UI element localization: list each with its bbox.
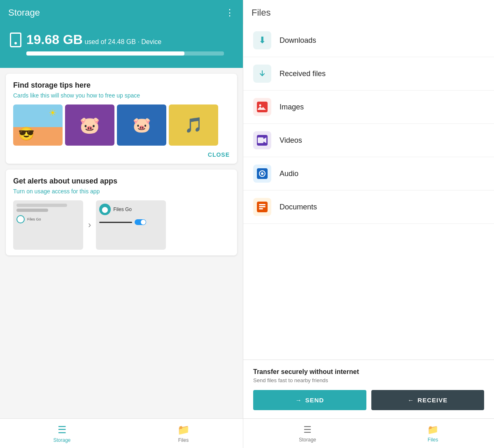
arrow-icon: › [88,220,91,230]
file-item-images[interactable]: Images [243,91,494,124]
mock-app-label: Files Go [27,217,41,221]
storage-bar-container [26,51,224,56]
file-item-documents[interactable]: Documents [243,190,494,224]
mock-line-2 [16,209,48,212]
receive-button[interactable]: ← RECEIVE [371,390,485,410]
documents-icon [253,198,271,216]
svg-rect-4 [258,137,263,143]
files-nav-icon-right: 📁 [427,425,438,435]
close-button[interactable]: CLOSE [13,151,230,158]
storage-info: 19.68 GB used of 24.48 GB · Device [10,32,233,47]
card1-images: 😎 🐷 🐷 🎵 [13,104,230,146]
card2-content: Files Go › ⬤ Files Go [13,200,230,250]
nav-files-right[interactable]: 📁 Files [427,425,438,443]
storage-text: 19.68 GB used of 24.48 GB · Device [26,32,161,47]
file-item-downloads[interactable]: ⬇ Downloads [243,24,494,57]
left-header: Storage ⋮ [0,0,243,24]
cards-area: Find storage tips here Cards like this w… [0,68,243,418]
images-icon [253,98,271,116]
left-app-title: Storage [8,7,40,18]
videos-icon [253,131,271,149]
send-button[interactable]: → SEND [253,390,366,410]
unused-apps-card: Get alerts about unused apps Turn on usa… [6,169,237,255]
received-icon [253,65,271,83]
send-arrow-icon: → [295,397,302,404]
mock-app-row: Files Go [16,215,80,223]
files-go-label: Files Go [113,207,132,212]
tip-image-beach: 😎 [13,104,63,146]
nav-storage-right[interactable]: ☰ Storage [299,425,316,443]
toggle-line [99,222,132,223]
audio-label: Audio [280,169,298,178]
mock-screen-before: Files Go [13,200,83,250]
storage-nav-icon-left: ☰ [58,424,67,436]
file-item-received[interactable]: Received files [243,57,494,91]
mock-screen-after: ⬤ Files Go [96,200,166,250]
nav-files-label-right: Files [428,437,438,443]
left-menu-icon[interactable]: ⋮ [225,7,235,18]
transfer-section: Transfer securely without internet Send … [243,360,494,418]
images-label: Images [280,103,304,111]
svg-point-7 [261,172,263,175]
files-go-icon: ⬤ [99,204,111,215]
card1-title: Find storage tips here [13,81,230,90]
toggle-switch[interactable] [135,219,146,225]
storage-summary: 19.68 GB used of 24.48 GB · Device [0,24,243,68]
storage-nav-icon-right: ☰ [303,425,312,435]
svg-rect-9 [259,204,266,205]
file-item-videos[interactable]: Videos [243,124,494,157]
videos-label: Videos [280,136,302,145]
nav-files-label-left: Files [178,437,189,443]
audio-icon [253,165,271,183]
tip-image-blue: 🐷 [117,104,166,146]
storage-tips-card: Find storage tips here Cards like this w… [6,74,237,164]
svg-rect-11 [259,208,263,209]
nav-storage-label-left: Storage [53,437,70,443]
right-menu-icon[interactable]: ⋮ [476,7,486,18]
nav-storage-left[interactable]: ☰ Storage [53,424,70,443]
storage-used: 19.68 GB [26,32,83,47]
svg-rect-10 [259,206,266,207]
left-panel: Storage ⋮ 19.68 GB used of 24.48 GB · De… [0,0,243,448]
card1-subtitle: Cards like this will show you how to fre… [13,92,230,99]
mock-app-icon [16,215,25,223]
toggle-row [99,219,163,225]
right-header: Files ⋮ [243,0,494,24]
right-panel: Files ⋮ ⬇ Downloads Received files [243,0,494,448]
svg-rect-1 [257,102,268,112]
documents-label: Documents [280,203,317,211]
receive-arrow-icon: ← [408,397,414,404]
received-label: Received files [280,70,326,78]
storage-bar-fill [26,51,184,56]
svg-point-2 [259,104,261,107]
transfer-buttons: → SEND ← RECEIVE [253,390,484,410]
card2-subtitle: Turn on usage access for this app [13,188,230,195]
receive-label: RECEIVE [417,397,447,404]
storage-suffix: used of 24.48 GB · Device [84,38,161,45]
downloads-label: Downloads [280,36,316,45]
files-nav-icon-left: 📁 [177,424,190,436]
file-item-audio[interactable]: Audio [243,157,494,190]
downloads-icon: ⬇ [253,31,271,49]
send-label: SEND [305,397,324,404]
files-list: ⬇ Downloads Received files Images [243,24,494,360]
transfer-subtitle: Send files fast to nearby friends [253,377,484,383]
files-go-row: ⬤ Files Go [99,204,163,215]
bottom-nav-left: ☰ Storage 📁 Files [0,418,243,448]
card2-title: Get alerts about unused apps [13,177,230,186]
tip-image-music: 🎵 [169,104,218,146]
right-app-title: Files [252,7,270,18]
bottom-nav-right: ☰ Storage 📁 Files [243,418,494,448]
nav-files-left[interactable]: 📁 Files [177,424,190,443]
tip-image-folder: 🐷 [65,104,114,146]
mock-line-1 [16,204,67,207]
nav-storage-label-right: Storage [299,437,316,443]
transfer-title: Transfer securely without internet [253,368,484,376]
phone-icon [10,32,21,47]
